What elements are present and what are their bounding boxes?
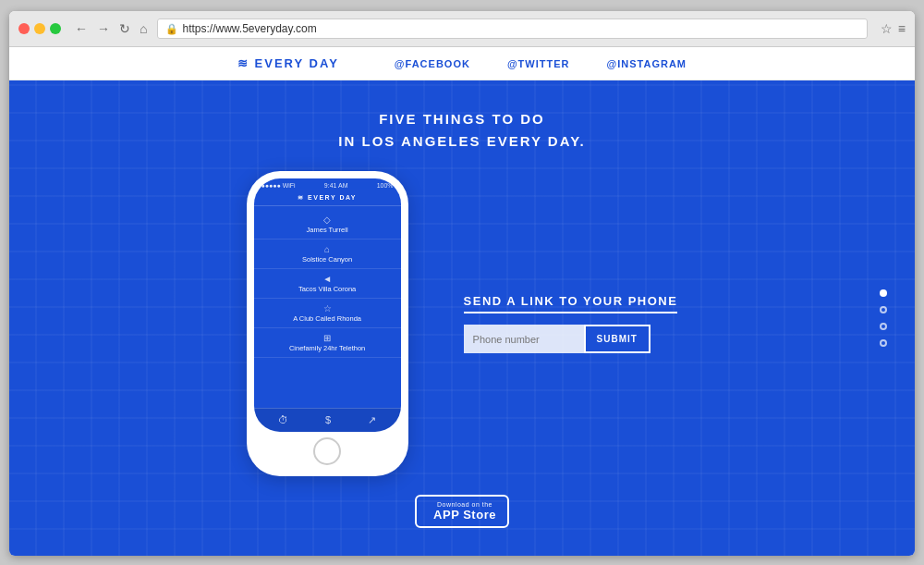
phone-mockup: ●●●●● WiFi 9:41 AM 100% ≋ EVERY DAY ◇ Ja… [247,171,408,476]
phone-battery: 100% [377,182,394,189]
item2-text: Solstice Canyon [302,255,352,264]
site-logo[interactable]: ≋ EVERY DAY [237,56,339,70]
traffic-lights [18,23,61,34]
send-link-title: SEND A LINK TO YOUR PHONE [464,294,678,313]
phone-item-5: ⊞ Cinefamily 24hr Telethon [254,328,401,358]
phone-bottom-bar: ⏱ $ ↗ [254,408,401,432]
phone-time: 9:41 AM [324,182,348,189]
dot-4[interactable] [880,339,887,347]
phone-number-input[interactable] [464,325,584,353]
app-store-button[interactable]: Download on the APP Store [415,495,509,528]
item5-icon: ⊞ [323,333,331,343]
item1-icon: ◇ [323,215,331,225]
maximize-button[interactable] [50,23,61,34]
nav-buttons: ← → ↻ ⌂ [72,21,150,36]
home-button[interactable]: ⌂ [137,21,150,36]
menu-icon[interactable]: ≡ [898,21,906,36]
facebook-link[interactable]: @FACEBOOK [395,58,470,69]
phone-input-row: SUBMIT [464,325,678,353]
phone-item-3: ◄ Tacos Villa Corona [254,269,401,299]
hero-content: ●●●●● WiFi 9:41 AM 100% ≋ EVERY DAY ◇ Ja… [92,171,832,476]
item2-icon: ⌂ [324,244,330,254]
app-store-badge: Download on the APP Store [415,495,509,528]
phone-status-bar: ●●●●● WiFi 9:41 AM 100% [254,178,401,190]
phone-app-header: ≋ EVERY DAY [254,190,401,206]
minimize-button[interactable] [34,23,45,34]
back-button[interactable]: ← [72,21,91,36]
close-button[interactable] [18,23,30,34]
hero-title: FIVE THINGS TO DO IN LOS ANGELES EVERY D… [338,108,585,153]
phone-home-button[interactable] [313,437,341,465]
item5-text: Cinefamily 24hr Telethon [289,344,365,352]
badge-store-name: APP Store [433,508,496,522]
twitter-link[interactable]: @TWITTER [507,58,570,69]
toolbar-right: ☆ ≡ [881,21,906,36]
address-bar[interactable]: 🔒 https://www.5everyday.com [157,18,867,39]
browser-titlebar: ← → ↻ ⌂ 🔒 https://www.5everyday.com ☆ ≡ [9,11,915,47]
phone-tab2-icon[interactable]: $ [325,414,331,426]
phone-tab1-icon[interactable]: ⏱ [278,414,288,426]
phone-item-2: ⌂ Solstice Canyon [254,240,401,269]
forward-button[interactable]: → [94,21,113,36]
dot-2[interactable] [880,306,887,313]
send-link-section: SEND A LINK TO YOUR PHONE SUBMIT [464,294,678,353]
phone-status-left: ●●●●● WiFi [261,182,296,189]
phone-logo: ≋ EVERY DAY [298,194,357,202]
instagram-link[interactable]: @INSTAGRAM [607,58,687,69]
item4-icon: ☆ [323,303,332,313]
phone-items-list: ◇ James Turrell ⌂ Solstice Canyon ◄ Taco… [254,206,401,408]
phone-item-1: ◇ James Turrell [254,210,401,240]
item3-text: Tacos Villa Corona [298,285,356,293]
browser-window: ← → ↻ ⌂ 🔒 https://www.5everyday.com ☆ ≡ … [9,11,915,556]
submit-button[interactable]: SUBMIT [584,325,650,353]
badge-text-block: Download on the APP Store [433,501,496,522]
item4-text: A Club Called Rhonda [293,314,361,323]
item1-text: James Turrell [307,226,348,234]
nav-links: @FACEBOOK @TWITTER @INSTAGRAM [395,58,687,69]
dot-3[interactable] [880,323,887,330]
url-text: https://www.5everyday.com [182,22,316,35]
bookmark-icon[interactable]: ☆ [881,21,893,36]
lock-icon: 🔒 [165,23,178,35]
dots-navigation [880,289,887,347]
logo-text: ≋ EVERY DAY [237,56,339,70]
dot-1[interactable] [880,289,887,297]
phone-tab3-icon[interactable]: ↗ [368,414,376,426]
phone-screen: ●●●●● WiFi 9:41 AM 100% ≋ EVERY DAY ◇ Ja… [254,178,401,432]
badge-pre-text: Download on the [433,501,496,508]
site-nav: ≋ EVERY DAY @FACEBOOK @TWITTER @INSTAGRA… [9,47,915,80]
item3-icon: ◄ [322,274,332,284]
phone-item-4: ☆ A Club Called Rhonda [254,299,401,328]
refresh-button[interactable]: ↻ [116,21,133,36]
hero-section: FIVE THINGS TO DO IN LOS ANGELES EVERY D… [9,80,915,556]
